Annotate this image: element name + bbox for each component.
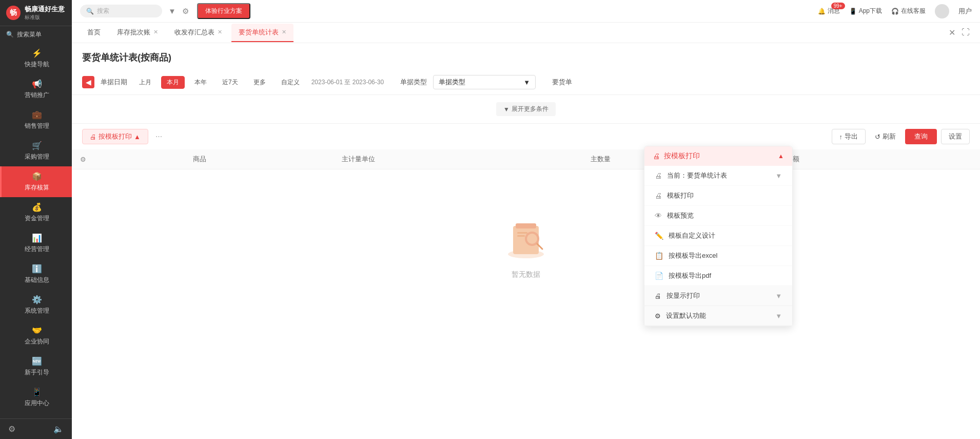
goods-filter-label: 要货单 xyxy=(552,78,572,87)
tab-batch-close[interactable]: ✕ xyxy=(153,29,158,35)
dropdown-item-template-print[interactable]: 🖨 模板打印 xyxy=(644,186,792,206)
sidebar-item-operation[interactable]: 📊 经营管理 xyxy=(0,228,72,259)
settings-btn[interactable]: 设置 xyxy=(941,129,970,144)
th-settings[interactable]: ⚙ xyxy=(72,149,185,169)
sidebar-item-sales[interactable]: 💼 销售管理 xyxy=(0,105,72,136)
topbar: 🔍 搜索 ▼ ⚙ 体验行业方案 🔔 消息 99+ 📱 App下载 🎧 在线客服 … xyxy=(72,0,980,23)
topbar-gear-icon[interactable]: ▼ xyxy=(168,7,176,15)
main-area: 🔍 搜索 ▼ ⚙ 体验行业方案 🔔 消息 99+ 📱 App下载 🎧 在线客服 … xyxy=(72,0,980,439)
empty-text: 暂无数据 xyxy=(512,270,540,279)
avatar[interactable] xyxy=(935,4,949,18)
column-settings-icon[interactable]: ⚙ xyxy=(80,156,86,163)
th-amount: 零售金额 xyxy=(765,149,980,169)
collapse-icon[interactable]: 🔈 xyxy=(53,424,64,434)
collab-icon: 🤝 xyxy=(32,326,42,335)
topbar-search-icon: 🔍 xyxy=(86,8,94,15)
dropdown-item-export-excel[interactable]: 📋 按模板导出excel xyxy=(644,246,792,266)
marketing-icon: 📢 xyxy=(32,79,42,89)
sidebar-item-marketing[interactable]: 📢 营销推广 xyxy=(0,74,72,105)
empty-icon xyxy=(500,211,552,262)
refresh-btn[interactable]: ↺ 刷新 xyxy=(870,129,901,144)
sidebar-item-inventory[interactable]: 📦 库存核算 xyxy=(0,166,72,197)
tab-home[interactable]: 首页 xyxy=(80,24,108,42)
trial-button[interactable]: 体验行业方案 xyxy=(197,3,250,19)
th-unit: 主计量单位 xyxy=(334,149,582,169)
notification-btn[interactable]: 🔔 消息 99+ xyxy=(818,7,840,15)
dropdown-item-export-pdf[interactable]: 📄 按模板导出pdf xyxy=(644,266,792,286)
page-container: 要货单统计表(按商品) ◀ 单据日期 上月 本月 本年 近7天 更多 自定义 2… xyxy=(72,43,980,439)
page-title: 要货单统计表(按商品) xyxy=(82,51,970,64)
print-dropdown: 🖨 按模板打印 ▲ 🖨 当前：要货单统计表 ▼ 🖨 模板打印 👁 模板预览 ✏️ xyxy=(644,146,793,327)
print-dropdown-collapse-icon[interactable]: ▲ xyxy=(778,152,784,160)
dropdown-item-template-design[interactable]: ✏️ 模板自定义设计 xyxy=(644,226,792,246)
current-template-arrow: ▼ xyxy=(775,172,782,180)
app-download-icon: 📱 xyxy=(849,8,857,15)
app-download-btn[interactable]: 📱 App下载 xyxy=(849,7,882,15)
right-actions: ↑ 导出 ↺ 刷新 查询 设置 xyxy=(832,129,970,144)
svg-rect-6 xyxy=(517,232,527,234)
sidebar-item-system[interactable]: ⚙️ 系统管理 xyxy=(0,290,72,320)
template-preview-icon: 👁 xyxy=(655,212,662,220)
headset-icon: 🎧 xyxy=(891,8,899,15)
sidebar-item-finance[interactable]: 💰 资金管理 xyxy=(0,197,72,228)
topbar-settings-icon[interactable]: ⚙ xyxy=(182,7,189,16)
sidebar-search[interactable]: 🔍 搜索菜单 xyxy=(0,26,72,43)
query-btn[interactable]: 查询 xyxy=(905,129,937,144)
sidebar-item-guide[interactable]: 🆕 新手引导 xyxy=(0,351,72,382)
date-btn-7days[interactable]: 近7天 xyxy=(217,76,244,89)
system-icon: ⚙️ xyxy=(32,295,42,304)
type-filter-select[interactable]: 单据类型 ▼ xyxy=(433,75,536,89)
date-btn-more[interactable]: 更多 xyxy=(248,76,271,89)
shortcut-icon: ⚡ xyxy=(32,48,42,58)
sidebar-item-wechat[interactable]: 💬 企业微信 xyxy=(0,413,72,418)
tabs-bar: 首页 库存批次账 ✕ 收发存汇总表 ✕ 要货单统计表 ✕ ✕ ⛶ xyxy=(72,23,980,43)
date-btn-custom[interactable]: 自定义 xyxy=(276,76,305,89)
more-options-icon[interactable]: ··· xyxy=(153,132,164,141)
sidebar-item-collab[interactable]: 🤝 企业协同 xyxy=(0,320,72,351)
dropdown-section-set-default[interactable]: ⚙ 设置默认功能 ▼ xyxy=(644,306,792,326)
sidebar-item-shortcut[interactable]: ⚡ 快捷导航 xyxy=(0,43,72,74)
tab-receipt-close[interactable]: ✕ xyxy=(218,29,222,35)
sidebar-item-appcenter[interactable]: 📱 应用中心 xyxy=(0,382,72,413)
print-dropdown-title: 🖨 按模板打印 xyxy=(653,151,700,161)
tab-order-stat-close[interactable]: ✕ xyxy=(282,29,286,35)
type-filter-label: 单据类型 xyxy=(400,78,427,87)
sidebar-logo: 畅 畅康通好生意 标准版 xyxy=(0,0,72,26)
print-template-btn[interactable]: 🖨 按模板打印 ▲ xyxy=(82,129,148,144)
tab-batch[interactable]: 库存批次账 ✕ xyxy=(110,24,165,42)
template-print-icon: 🖨 xyxy=(655,192,662,200)
inventory-icon: 📦 xyxy=(32,171,42,181)
dropdown-item-template-preview[interactable]: 👁 模板预览 xyxy=(644,206,792,226)
tab-order-stat[interactable]: 要货单统计表 ✕ xyxy=(231,24,293,42)
filter-bar: ◀ 单据日期 上月 本月 本年 近7天 更多 自定义 2023-06-01 至 … xyxy=(72,70,980,95)
current-template-icon: 🖨 xyxy=(655,171,662,180)
date-btn-this-year[interactable]: 本年 xyxy=(189,76,212,89)
export-excel-icon: 📋 xyxy=(655,252,663,260)
settings-bottom-icon[interactable]: ⚙ xyxy=(8,424,15,434)
export-btn[interactable]: ↑ 导出 xyxy=(832,129,866,144)
username-label: 用户 xyxy=(958,7,972,16)
search-icon: 🔍 xyxy=(6,31,14,38)
dropdown-section-display-print[interactable]: 🖨 按显示打印 ▼ xyxy=(644,286,792,306)
page-header: 要货单统计表(按商品) xyxy=(72,43,980,64)
date-btn-last-month[interactable]: 上月 xyxy=(133,76,157,89)
topbar-search[interactable]: 🔍 搜索 xyxy=(80,5,162,17)
sidebar-bottom: ⚙ 🔈 xyxy=(0,418,72,439)
filter-toggle-btn[interactable]: ◀ xyxy=(82,76,94,88)
refresh-icon: ↺ xyxy=(875,133,880,141)
dropdown-item-current[interactable]: 🖨 当前：要货单统计表 ▼ xyxy=(644,166,792,186)
type-select-placeholder: 单据类型 xyxy=(439,78,465,87)
set-default-icon: ⚙ xyxy=(655,312,661,320)
operation-icon: 📊 xyxy=(32,233,42,243)
date-btn-this-month[interactable]: 本月 xyxy=(161,76,185,89)
tab-receipt[interactable]: 收发存汇总表 ✕ xyxy=(167,24,229,42)
export-icon: ↑ xyxy=(839,133,843,141)
sidebar-item-basic[interactable]: ℹ️ 基础信息 xyxy=(0,259,72,290)
sidebar-item-purchase[interactable]: 🛒 采购管理 xyxy=(0,136,72,166)
expand-more-btn[interactable]: ▼ 展开更多条件 xyxy=(496,102,556,116)
online-service-btn[interactable]: 🎧 在线客服 xyxy=(891,7,926,15)
expand-more-container: ▼ 展开更多条件 xyxy=(72,95,980,124)
tab-close-all-icon[interactable]: ✕ xyxy=(947,26,957,40)
tab-expand-icon[interactable]: ⛶ xyxy=(959,26,972,40)
sidebar-nav: ⚡ 快捷导航 📢 营销推广 💼 销售管理 🛒 采购管理 📦 库存核算 💰 资金管… xyxy=(0,43,72,418)
